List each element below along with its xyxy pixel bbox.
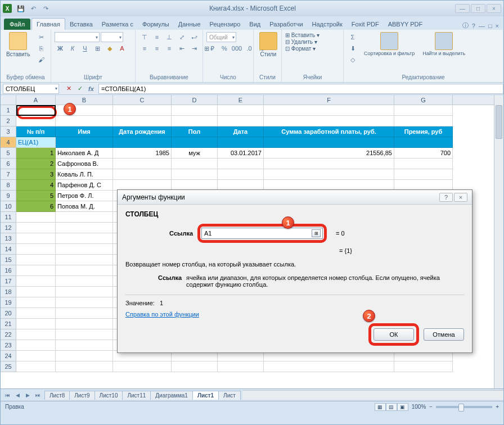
- underline-button[interactable]: Ч: [79, 43, 91, 53]
- cell[interactable]: 5: [16, 191, 56, 201]
- autosum-button[interactable]: Σ: [347, 32, 358, 42]
- redo-button[interactable]: ↷: [41, 4, 50, 13]
- cell[interactable]: [218, 169, 264, 180]
- cell[interactable]: [172, 116, 218, 126]
- currency-button[interactable]: ₽: [206, 43, 218, 53]
- cell[interactable]: Николаев А. Д: [56, 148, 113, 159]
- insert-function-button[interactable]: fx: [86, 84, 96, 94]
- cell[interactable]: 3: [16, 169, 56, 180]
- cell[interactable]: [172, 159, 218, 169]
- fill-color-button[interactable]: ◆: [104, 43, 115, 53]
- row-header[interactable]: 25: [1, 361, 16, 372]
- cell[interactable]: [264, 361, 394, 372]
- cell[interactable]: муж: [172, 148, 218, 159]
- comma-button[interactable]: 000: [231, 43, 242, 53]
- paste-button[interactable]: Вставить: [3, 31, 33, 58]
- cell[interactable]: [172, 169, 218, 180]
- increase-decimal-button[interactable]: .0: [244, 43, 255, 53]
- tab-addins[interactable]: Надстройк: [308, 19, 347, 30]
- view-normal-button[interactable]: ▦: [375, 403, 386, 411]
- save-button[interactable]: 💾: [16, 4, 25, 13]
- row-header[interactable]: 8: [1, 180, 16, 191]
- cell[interactable]: [394, 137, 453, 148]
- sheet-tab[interactable]: Диаграмма1: [150, 391, 193, 400]
- cell[interactable]: 1985: [113, 148, 172, 159]
- cell[interactable]: [16, 361, 56, 372]
- cell[interactable]: [56, 244, 113, 255]
- row-header[interactable]: 15: [1, 255, 16, 265]
- cell[interactable]: [16, 223, 56, 233]
- function-help-link[interactable]: Справка по этой функции: [125, 311, 199, 318]
- cell[interactable]: [16, 233, 56, 244]
- cell[interactable]: [113, 116, 172, 126]
- col-header-g[interactable]: G: [394, 95, 453, 105]
- col-header-a[interactable]: A: [16, 95, 56, 105]
- cell[interactable]: [16, 255, 56, 265]
- cell[interactable]: Петров Ф. Л.: [56, 191, 113, 201]
- cell[interactable]: [113, 361, 172, 372]
- wrap-text-button[interactable]: ⮐: [188, 32, 200, 42]
- cell[interactable]: [56, 351, 113, 361]
- name-box[interactable]: СТОЛБЕЦ: [3, 84, 59, 94]
- orientation-button[interactable]: ⤢: [176, 32, 187, 42]
- insert-cells-button[interactable]: ⊞ Вставить ▾: [285, 32, 320, 38]
- font-family-combo[interactable]: [55, 32, 100, 42]
- align-middle-button[interactable]: ≡: [151, 32, 163, 42]
- row-header[interactable]: 19: [1, 297, 16, 308]
- cell[interactable]: [264, 159, 394, 169]
- row-header[interactable]: 18: [1, 287, 16, 297]
- find-select-button[interactable]: Найти и выделить: [419, 31, 469, 58]
- align-right-button[interactable]: ≡: [164, 43, 175, 53]
- cell[interactable]: [16, 287, 56, 297]
- bold-button[interactable]: Ж: [55, 43, 66, 53]
- cell[interactable]: [16, 105, 56, 116]
- cell[interactable]: [16, 297, 56, 308]
- col-header-d[interactable]: D: [172, 95, 218, 105]
- tab-layout[interactable]: Разметка с: [97, 19, 138, 30]
- row-header[interactable]: 16: [1, 265, 16, 276]
- row-header[interactable]: 3: [1, 126, 16, 137]
- ok-button[interactable]: ОК: [374, 328, 414, 341]
- cell[interactable]: 2: [16, 159, 56, 169]
- cell[interactable]: [172, 137, 218, 148]
- row-header[interactable]: 20: [1, 308, 16, 319]
- cell[interactable]: [394, 116, 453, 126]
- scrollbar-thumb[interactable]: [496, 105, 502, 139]
- cell[interactable]: [113, 169, 172, 180]
- ribbon-minimize-icon[interactable]: —: [479, 22, 485, 29]
- format-painter-button[interactable]: 🖌: [35, 55, 47, 65]
- cell[interactable]: Дата рождения: [113, 126, 172, 137]
- cell[interactable]: [172, 361, 218, 372]
- cell[interactable]: 21556,85: [264, 148, 394, 159]
- number-format-combo[interactable]: Общий: [206, 32, 236, 42]
- row-header[interactable]: 17: [1, 276, 16, 287]
- row-header[interactable]: 13: [1, 233, 16, 244]
- sort-filter-button[interactable]: Сортировка и фильтр: [361, 31, 418, 58]
- cell[interactable]: [264, 169, 394, 180]
- italic-button[interactable]: К: [67, 43, 78, 53]
- cell[interactable]: [394, 169, 453, 180]
- view-pagebreak-button[interactable]: ▣: [397, 403, 408, 411]
- percent-button[interactable]: %: [219, 43, 230, 53]
- tab-developer[interactable]: Разработчи: [265, 19, 307, 30]
- tab-review[interactable]: Рецензиро: [205, 19, 245, 30]
- col-header-c[interactable]: C: [113, 95, 172, 105]
- increase-indent-button[interactable]: ⇥: [188, 43, 200, 53]
- cancel-button[interactable]: Отмена: [424, 328, 464, 341]
- sheet-nav-first[interactable]: ⏮: [3, 391, 12, 399]
- format-cells-button[interactable]: ⊡ Формат ▾: [285, 46, 316, 52]
- cell[interactable]: [56, 361, 113, 372]
- sheet-tab[interactable]: Лист11: [122, 391, 151, 400]
- cell[interactable]: Парфенов Д. С: [56, 180, 113, 191]
- close-button[interactable]: ×: [487, 4, 501, 13]
- cell[interactable]: 03.01.2017: [218, 148, 264, 159]
- undo-button[interactable]: ↶: [29, 4, 38, 13]
- copy-button[interactable]: ⎘: [35, 43, 47, 53]
- cell[interactable]: 700: [394, 148, 453, 159]
- formula-confirm-button[interactable]: ✓: [75, 84, 85, 94]
- cell[interactable]: [56, 276, 113, 287]
- cell[interactable]: № п/п: [16, 126, 56, 137]
- cell[interactable]: [16, 340, 56, 351]
- tab-insert[interactable]: Вставка: [65, 19, 97, 30]
- cell[interactable]: [56, 223, 113, 233]
